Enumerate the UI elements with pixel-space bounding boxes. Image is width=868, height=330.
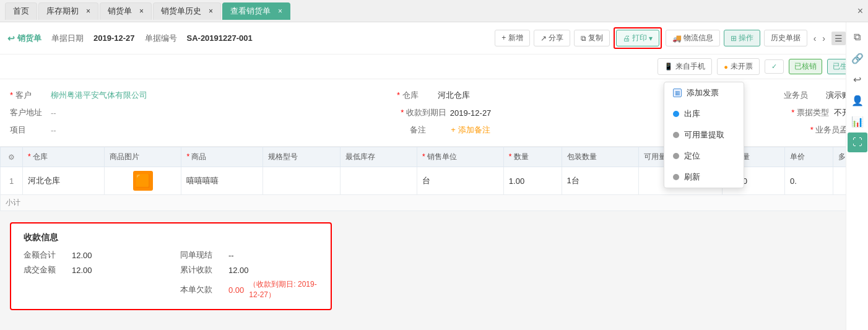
doc-meta: 单据日期 2019-12-27 单据编号 SA-20191227-001	[51, 33, 253, 44]
col-pack-qty: 包装数量	[562, 147, 638, 167]
refresh-item[interactable]: 刷新	[664, 167, 744, 188]
date-label: 单据日期	[51, 33, 84, 44]
ticket-type-label: 票据类型	[791, 107, 829, 118]
subtotal-row: 小计	[1, 195, 868, 211]
operate-button[interactable]: ⊞ 操作	[724, 30, 760, 46]
order-debt-value: 0.00	[228, 285, 244, 295]
window-close-button[interactable]: ×	[857, 6, 863, 17]
tab-home[interactable]: 首页	[5, 2, 37, 20]
date-value: 2019-12-27	[93, 33, 135, 43]
close-tab-sales[interactable]: ×	[139, 7, 144, 15]
col-warehouse: * 仓库	[23, 147, 105, 167]
tab-inventory-init[interactable]: 库存期初 ×	[38, 2, 98, 20]
row-sales-unit: 台	[417, 167, 504, 195]
tab-sales-order[interactable]: 销货单 ×	[100, 2, 152, 20]
add-note-button[interactable]: + 添加备注	[451, 124, 490, 136]
sidebar-icon-expand[interactable]: ⛶	[848, 132, 867, 152]
location-dot	[673, 153, 679, 159]
row-num: 1	[1, 167, 23, 195]
customer-field: 客户 柳州粤港平安气体有限公司	[10, 90, 387, 101]
toolbar-row: 📱 来自手机 ● 未开票 ✓ 已核销 已生效	[0, 54, 868, 79]
customer-value[interactable]: 柳州粤港平安气体有限公司	[51, 90, 147, 101]
tab-view-sales[interactable]: 查看销货单 ×	[222, 2, 290, 20]
location-item[interactable]: 定位	[664, 145, 744, 167]
operations-dropdown: ▦ 添加发票 出库 可用量提取 定位 刷新	[664, 82, 744, 188]
col-settings[interactable]: ⚙	[1, 147, 23, 167]
customer-label: 客户	[10, 90, 47, 101]
order-debt-label: 本单欠款	[180, 284, 224, 295]
sidebar-icon-link[interactable]: 🔗	[848, 48, 867, 68]
print-button[interactable]: 🖨 打印 ▾	[616, 30, 659, 46]
deal-amount-label: 成交金额	[24, 264, 67, 276]
payment-date-value: 2019-12-27	[450, 108, 492, 118]
amount-total-row: 金额合计 12.00	[24, 250, 162, 261]
product-image: 🟧	[133, 171, 153, 191]
copy-button[interactable]: ⧉ 复制	[574, 30, 610, 46]
row-quantity: 1.00	[503, 167, 562, 195]
project-field: 项目 --	[10, 124, 400, 136]
check-button[interactable]: ✓	[765, 59, 784, 74]
row-pack-qty: 1台	[562, 167, 638, 195]
add-invoice-icon: ▦	[673, 89, 682, 97]
sidebar-icon-user[interactable]: 👤	[848, 90, 867, 110]
col-model: 规格型号	[263, 147, 340, 167]
row-warehouse: 河北仓库	[23, 167, 105, 195]
print-dropdown-arrow[interactable]: ▾	[649, 34, 653, 43]
share-button[interactable]: ↗ 分享	[534, 30, 570, 46]
sidebar-icon-copy[interactable]: ⧉	[848, 27, 867, 47]
logistics-button[interactable]: 🚚 物流信息	[666, 30, 720, 46]
cumulative-receipt-value: 12.00	[228, 266, 249, 275]
payment-date-label: 收款到期日	[401, 107, 446, 118]
not-open-button[interactable]: ● 未开票	[717, 58, 760, 75]
overdue-note: （收款到期日: 2019-12-27）	[249, 279, 318, 300]
close-tab-history[interactable]: ×	[209, 7, 213, 15]
sold-out-status: 已核销	[789, 59, 822, 74]
row-model	[263, 167, 340, 195]
number-label: 单据编号	[145, 33, 177, 44]
settings-gear-icon[interactable]: ⚙	[8, 153, 15, 162]
refresh-dot	[673, 174, 679, 180]
summary-section: 收款信息 金额合计 12.00 同单现结 -- 成交金额 12.00 累计收款 …	[10, 222, 332, 310]
number-value: SA-20191227-001	[187, 33, 253, 43]
list-view-icon[interactable]: ☰	[831, 32, 846, 45]
outbound-dot	[673, 111, 679, 117]
order-debt-row: 本单欠款 0.00 （收款到期日: 2019-12-27）	[180, 279, 318, 300]
bottom-area: 收款信息 金额合计 12.00 同单现结 -- 成交金额 12.00 累计收款 …	[0, 211, 868, 321]
summary-grid: 金额合计 12.00 同单现结 -- 成交金额 12.00 累计收款 12.00	[24, 250, 318, 300]
same-order-settle-label: 同单现结	[180, 250, 224, 261]
note-label: 备注	[410, 124, 447, 136]
history-button[interactable]: 历史单据	[764, 30, 807, 46]
same-order-settle-row: 同单现结 --	[180, 250, 318, 261]
next-arrow[interactable]: ›	[820, 32, 828, 45]
add-invoice-item[interactable]: ▦ 添加发票	[664, 82, 744, 103]
project-label: 项目	[10, 124, 47, 136]
col-unit-price: 单价	[784, 147, 833, 167]
sidebar-icon-return[interactable]: ↩	[848, 69, 867, 89]
from-mobile-button[interactable]: 📱 来自手机	[658, 58, 712, 75]
cumulative-receipt-label: 累计收款	[180, 264, 224, 276]
outbound-item[interactable]: 出库	[664, 103, 744, 124]
warehouse-label: 仓库	[397, 90, 434, 101]
doc-actions: + 新增 ↗ 分享 ⧉ 复制 🖨 打印 ▾ 🚚 物流信息	[495, 27, 861, 49]
subtotal-label: 小计	[1, 195, 868, 211]
staff-label: 业务员	[784, 90, 821, 101]
cumulative-receipt-row: 累计收款 12.00	[180, 264, 318, 276]
nav-arrows: ‹ ›	[811, 32, 828, 45]
doc-header: ↩ 销货单 单据日期 2019-12-27 单据编号 SA-20191227-0…	[0, 22, 868, 54]
row-min-stock	[340, 167, 417, 195]
close-tab-view[interactable]: ×	[278, 7, 282, 15]
sidebar-icon-chart[interactable]: 📊	[848, 111, 867, 131]
address-field: 客户地址 --	[10, 107, 391, 118]
row-product: 嘻嘻嘻嘻	[181, 167, 263, 195]
tab-sales-history[interactable]: 销货单历史 ×	[153, 2, 221, 20]
address-value: --	[51, 108, 56, 118]
prev-arrow[interactable]: ‹	[811, 32, 819, 45]
col-product: * 商品	[181, 147, 263, 167]
close-tab-inventory[interactable]: ×	[86, 7, 90, 15]
warehouse-value: 河北仓库	[438, 90, 470, 101]
add-button[interactable]: + 新增	[495, 30, 529, 46]
available-qty-item[interactable]: 可用量提取	[664, 124, 744, 145]
available-qty-dot	[673, 132, 679, 138]
right-sidebar: ⧉ 🔗 ↩ 👤 📊 ⛶	[846, 22, 868, 321]
project-value: --	[51, 126, 56, 135]
